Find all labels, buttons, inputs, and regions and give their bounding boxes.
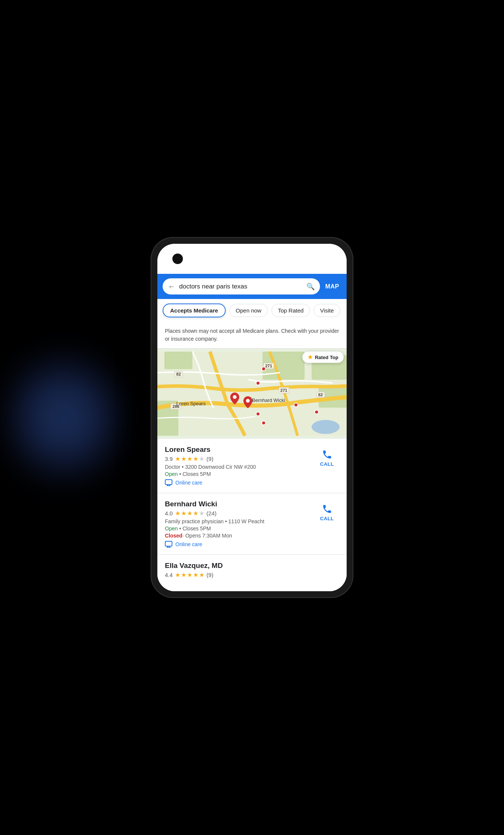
star-4-half: ★: [193, 455, 198, 462]
listing-bernhard-status: Open • Closes 5PM: [165, 525, 310, 532]
listing-ella-rating-row: 4.4 ★ ★ ★ ★ ★ (9): [165, 571, 339, 578]
filter-row: Accepts Medicare Open now Top Rated Visi…: [157, 299, 347, 322]
filter-chip-visited[interactable]: Visite: [314, 304, 340, 317]
online-care-icon-b: [165, 541, 172, 548]
search-bar-area: ← doctors near paris texas 🔍 MAP: [157, 274, 347, 299]
listing-bernhard-rating-num: 4.0: [165, 510, 173, 516]
listing-bernhard-online-care-text: Online care: [175, 541, 202, 547]
map-pin-loren[interactable]: [229, 392, 240, 407]
listing-bernhard-rating-row: 4.0 ★ ★ ★ ★ ★ (24): [165, 510, 310, 517]
camera-area: [157, 244, 347, 274]
listing-loren-open-text: Open: [165, 471, 178, 477]
svg-rect-9: [165, 480, 172, 485]
estar-2: ★: [181, 571, 186, 578]
phone-icon-loren: [322, 449, 332, 460]
listing-bernhard-name: Bernhard Wicki: [165, 500, 310, 508]
estar-3: ★: [187, 571, 192, 578]
listing-loren-review-count: (9): [207, 456, 213, 462]
map-pin-bernhard[interactable]: [243, 396, 253, 411]
listing-loren-stars: ★ ★ ★ ★ ★: [175, 455, 204, 462]
listing-ella-name: Ella Vazquez, MD: [165, 562, 339, 570]
map-button[interactable]: MAP: [323, 283, 341, 290]
online-care-icon: [165, 479, 172, 486]
svg-rect-10: [165, 541, 172, 546]
star-5-empty: ★: [199, 455, 204, 462]
medicare-info-text: Places shown may not accept all Medicare…: [157, 322, 347, 349]
rated-top-star-icon: ★: [308, 354, 312, 361]
rated-top-text: Rated Top: [315, 355, 338, 360]
svg-point-7: [233, 395, 237, 399]
phone-frame: ← doctors near paris texas 🔍 MAP Accepts…: [151, 237, 353, 598]
map-label-bernhard: Bernhard Wicki: [252, 397, 285, 403]
listing-bernhard-online-care[interactable]: Online care: [165, 541, 310, 548]
map-area[interactable]: 82 271 271 286 82: [157, 349, 347, 439]
estar-5-half: ★: [199, 571, 204, 578]
rated-top-badge: ★ Rated Top: [302, 352, 344, 363]
listing-ella-info: Ella Vazquez, MD 4.4 ★ ★ ★ ★ ★ (9): [165, 562, 339, 580]
listing-loren-online-care-text: Online care: [175, 480, 202, 486]
listing-bernhard-closed-text: Closed: [165, 533, 183, 539]
bstar-5-empty: ★: [199, 510, 204, 517]
phone-icon-bernhard: [322, 504, 332, 514]
bstar-1: ★: [175, 510, 180, 517]
road-sign-82-left: 82: [174, 371, 183, 377]
listing-loren-type-address: Doctor • 3200 Downwood Cir NW #200: [165, 464, 310, 470]
listing-bernhard-review-count: (24): [207, 510, 217, 516]
call-label-loren[interactable]: CALL: [320, 461, 334, 467]
listing-ella-vazquez[interactable]: Ella Vazquez, MD 4.4 ★ ★ ★ ★ ★ (9): [157, 555, 347, 591]
call-button-loren[interactable]: CALL: [315, 445, 339, 471]
listing-ella-review-count: (9): [207, 572, 213, 578]
listing-loren-online-care[interactable]: Online care: [165, 479, 310, 486]
listing-ella-rating-num: 4.4: [165, 572, 173, 578]
listing-bernhard-closed-note: Closed· Opens 7:30AM Mon: [165, 533, 310, 539]
estar-4: ★: [193, 571, 198, 578]
bstar-3: ★: [187, 510, 192, 517]
listing-loren-info: Loren Spears 3.9 ★ ★ ★ ★ ★ (9) Doct: [165, 445, 310, 486]
listing-loren-status: Open • Closes 5PM: [165, 471, 310, 477]
back-arrow-icon[interactable]: ←: [168, 282, 175, 291]
svg-point-6: [312, 420, 340, 434]
svg-rect-5: [164, 352, 193, 369]
search-icon[interactable]: 🔍: [306, 282, 315, 291]
road-sign-82-right: 82: [316, 392, 324, 398]
road-sign-271-mid: 271: [279, 387, 289, 393]
map-pin-small-below: [256, 412, 260, 416]
search-box[interactable]: ← doctors near paris texas 🔍: [163, 278, 320, 294]
filter-chip-medicare[interactable]: Accepts Medicare: [163, 303, 226, 317]
listing-ella-stars: ★ ★ ★ ★ ★: [175, 571, 204, 578]
call-button-bernhard[interactable]: CALL: [315, 500, 339, 525]
filter-chip-open-now[interactable]: Open now: [229, 304, 268, 317]
star-3: ★: [187, 455, 192, 462]
scene: ← doctors near paris texas 🔍 MAP Accepts…: [0, 0, 504, 835]
estar-1: ★: [175, 571, 180, 578]
phone-screen: ← doctors near paris texas 🔍 MAP Accepts…: [157, 244, 347, 591]
listing-loren-rating-row: 3.9 ★ ★ ★ ★ ★ (9): [165, 455, 310, 462]
search-query-text[interactable]: doctors near paris texas: [179, 283, 303, 290]
star-1: ★: [175, 455, 180, 462]
listing-bernhard-info: Bernhard Wicki 4.0 ★ ★ ★ ★ ★ (24) F: [165, 500, 310, 548]
filter-chip-top-rated[interactable]: Top Rated: [272, 304, 310, 317]
listing-bernhard-type-address: Family practice physician • 1110 W Peach…: [165, 518, 310, 524]
map-pin-dot-2: [294, 403, 298, 407]
background-orb: [8, 343, 120, 493]
listing-bernhard-stars: ★ ★ ★ ★ ★: [175, 510, 204, 517]
call-label-bernhard[interactable]: CALL: [320, 516, 334, 521]
listing-loren-name: Loren Spears: [165, 445, 310, 454]
map-label-loren: Loren Spears: [176, 401, 205, 406]
svg-point-8: [246, 399, 250, 403]
listing-bernhard-open-text: Open: [165, 525, 178, 532]
listing-loren-rating-num: 3.9: [165, 456, 173, 462]
listing-loren-spears[interactable]: Loren Spears 3.9 ★ ★ ★ ★ ★ (9) Doct: [157, 439, 347, 493]
star-2: ★: [181, 455, 186, 462]
listing-bernhard-wicki[interactable]: Bernhard Wicki 4.0 ★ ★ ★ ★ ★ (24) F: [157, 493, 347, 555]
bstar-2: ★: [181, 510, 186, 517]
camera-dot: [172, 254, 183, 264]
bstar-4: ★: [193, 510, 198, 517]
